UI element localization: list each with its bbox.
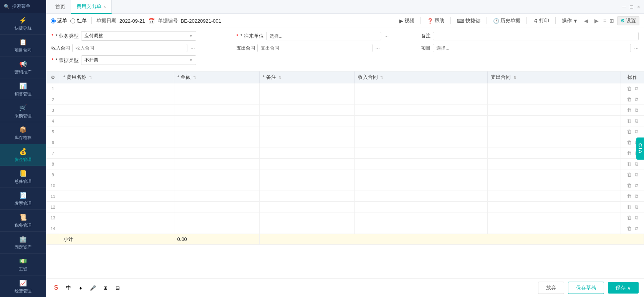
income-contract-cell[interactable] — [354, 116, 488, 126]
table-row[interactable]: 8 🗑 ⧉ — [46, 159, 644, 169]
income-contract-cell[interactable] — [354, 223, 488, 234]
tab-home[interactable]: 首页 — [50, 0, 71, 14]
expense-name-cell[interactable] — [60, 116, 174, 126]
view-grid-icon[interactable]: ⊞ — [609, 18, 614, 24]
maximize-button[interactable]: □ — [630, 4, 633, 10]
expense-contract-cell[interactable] — [488, 212, 621, 223]
delete-row-icon[interactable]: 🗑 — [627, 129, 632, 134]
th-expense-contract[interactable]: 支出合同 ⇅ — [488, 71, 621, 83]
th-income-contract[interactable]: 收入合同 ⇅ — [354, 71, 488, 83]
footer-icon-grid1[interactable]: ⊞ — [101, 283, 110, 292]
note-cell[interactable] — [260, 105, 355, 116]
expense-contract-cell[interactable] — [488, 94, 621, 105]
sidebar-item-operations[interactable]: 📈 经营管理 — [0, 275, 46, 297]
income-contract-input[interactable] — [72, 44, 187, 52]
table-row[interactable]: 14 🗑 ⧉ — [46, 223, 644, 234]
close-button[interactable]: × — [637, 4, 640, 10]
gear-icon[interactable]: ⚙ — [51, 75, 55, 80]
copy-row-icon[interactable]: ⧉ — [635, 172, 638, 178]
income-contract-cell[interactable] — [354, 180, 488, 191]
expense-contract-cell[interactable] — [488, 116, 621, 126]
note-cell[interactable] — [260, 148, 355, 159]
expense-contract-cell[interactable] — [488, 191, 621, 202]
business-type-select[interactable]: 应付调整 ▼ — [81, 31, 196, 41]
red-radio-input[interactable] — [70, 18, 75, 23]
expense-contract-cell[interactable] — [488, 159, 621, 169]
expense-contract-input[interactable] — [257, 44, 372, 52]
income-contract-more-icon[interactable]: ··· — [190, 45, 195, 51]
note-cell[interactable] — [260, 202, 355, 212]
amount-cell[interactable] — [174, 202, 260, 212]
delete-row-icon[interactable]: 🗑 — [627, 183, 632, 188]
table-row[interactable]: 7 🗑 ⧉ — [46, 148, 644, 159]
note-cell[interactable] — [260, 137, 355, 148]
calendar-icon[interactable]: 📅 — [148, 18, 155, 24]
expense-contract-cell[interactable] — [488, 169, 621, 180]
copy-row-icon[interactable]: ⧉ — [635, 118, 638, 124]
tab-expense[interactable]: 费用支出单 × — [71, 0, 112, 14]
copy-row-icon[interactable]: ⧉ — [635, 96, 638, 102]
sidebar-item-fixed-assets[interactable]: 🏢 固定资产 — [0, 232, 46, 254]
delete-row-icon[interactable]: 🗑 — [627, 139, 632, 145]
expense-name-cell[interactable] — [60, 191, 174, 202]
income-contract-cell[interactable] — [354, 191, 488, 202]
copy-row-icon[interactable]: ⧉ — [635, 129, 638, 134]
expense-name-cell[interactable] — [60, 83, 174, 94]
amount-cell[interactable] — [174, 148, 260, 159]
delete-row-icon[interactable]: 🗑 — [627, 118, 632, 124]
expense-contract-cell[interactable] — [488, 126, 621, 137]
expense-name-cell[interactable] — [60, 159, 174, 169]
delete-row-icon[interactable]: 🗑 — [627, 96, 632, 102]
project-input[interactable] — [433, 44, 631, 52]
shortcut-button[interactable]: ⌨ 快捷键 — [455, 17, 482, 25]
income-contract-cell[interactable] — [354, 83, 488, 94]
amount-cell[interactable] — [174, 223, 260, 234]
expense-name-cell[interactable] — [60, 202, 174, 212]
sidebar-item-tax[interactable]: 📜 税务管理 — [0, 210, 46, 232]
th-amount[interactable]: * 金额 ⇅ — [174, 71, 260, 83]
income-contract-cell[interactable] — [354, 105, 488, 116]
copy-row-icon[interactable]: ⧉ — [635, 161, 638, 167]
note-input[interactable] — [433, 32, 639, 40]
expense-contract-cell[interactable] — [488, 148, 621, 159]
income-contract-cell[interactable] — [354, 159, 488, 169]
table-row[interactable]: 13 🗑 ⧉ — [46, 212, 644, 223]
expense-contract-cell[interactable] — [488, 180, 621, 191]
amount-cell[interactable] — [174, 83, 260, 94]
amount-cell[interactable] — [174, 169, 260, 180]
note-cell[interactable] — [260, 116, 355, 126]
amount-cell[interactable] — [174, 94, 260, 105]
income-contract-cell[interactable] — [354, 202, 488, 212]
expense-contract-cell[interactable] — [488, 105, 621, 116]
copy-row-icon[interactable]: ⧉ — [635, 86, 638, 91]
footer-icon-mic[interactable]: 🎤 — [88, 283, 98, 292]
income-contract-cell[interactable] — [354, 148, 488, 159]
copy-row-icon[interactable]: ⧉ — [635, 215, 638, 221]
blue-radio[interactable]: 蓝单 — [51, 17, 67, 24]
print-button[interactable]: 🖨 打印 — [531, 17, 551, 25]
delete-row-icon[interactable]: 🗑 — [627, 86, 632, 91]
note-cell[interactable] — [260, 126, 355, 137]
table-row[interactable]: 2 🗑 ⧉ — [46, 94, 644, 105]
expense-name-cell[interactable] — [60, 126, 174, 137]
nav-prev-icon[interactable]: ◀ — [583, 17, 590, 25]
expense-name-cell[interactable] — [60, 223, 174, 234]
project-more-icon[interactable]: ··· — [634, 45, 639, 51]
delete-row-icon[interactable]: 🗑 — [627, 150, 632, 156]
expense-name-cell[interactable] — [60, 169, 174, 180]
expense-name-cell[interactable] — [60, 148, 174, 159]
sidebar-item-purchase[interactable]: 🛒 采购管理 — [0, 100, 46, 122]
expense-name-cell[interactable] — [60, 94, 174, 105]
amount-cell[interactable] — [174, 105, 260, 116]
expense-contract-cell[interactable] — [488, 83, 621, 94]
expense-contract-more-icon[interactable]: ··· — [376, 45, 380, 51]
sidebar-item-marketing[interactable]: 📢 营销推广 — [0, 56, 46, 78]
copy-row-icon[interactable]: ⧉ — [635, 183, 638, 188]
sidebar-search[interactable]: 🔍 搜索菜单 — [0, 0, 46, 13]
save-button[interactable]: 保存 ∧ — [608, 282, 639, 294]
th-expense-name[interactable]: * 费用名称 ⇅ — [60, 71, 174, 83]
expense-name-cell[interactable] — [60, 105, 174, 116]
table-row[interactable]: 12 🗑 ⧉ — [46, 202, 644, 212]
history-button[interactable]: 🕐 历史单据 — [492, 17, 522, 25]
red-radio[interactable]: 红单 — [70, 17, 87, 24]
